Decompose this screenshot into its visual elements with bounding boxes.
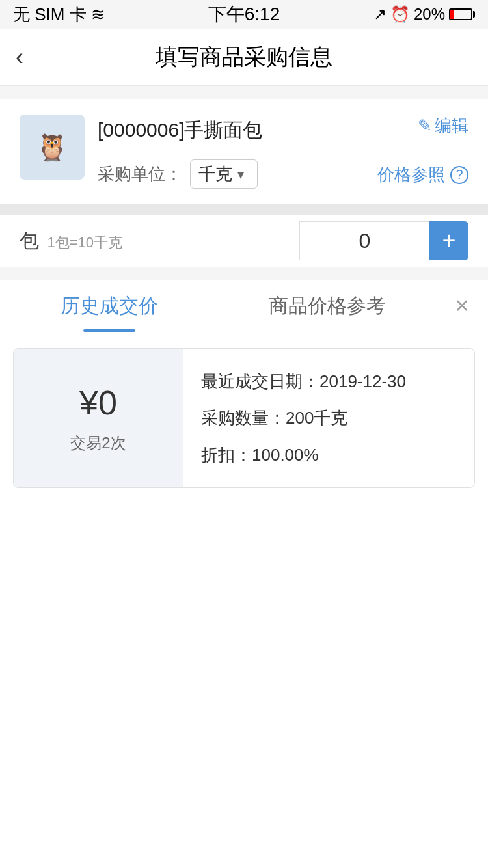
discount-value: 100.00%	[252, 445, 319, 465]
tabs-header: 历史成交价 商品价格参考 ×	[0, 280, 488, 332]
location-icon: ↗	[373, 5, 386, 23]
recent-date-label: 最近成交日期：	[201, 372, 319, 391]
edit-button[interactable]: ✎ 编辑	[418, 115, 468, 137]
tab-product-price-ref-label: 商品价格参考	[269, 293, 386, 319]
alarm-icon: ⏰	[390, 5, 410, 23]
product-name: [0000006]手撕面包	[98, 117, 262, 144]
unit-select[interactable]: 千克 ▾	[190, 159, 258, 189]
product-thumb-icon: 🦉	[36, 132, 68, 163]
chevron-down-icon: ▾	[237, 167, 244, 182]
quantity-unit-label: 包	[20, 230, 39, 251]
status-right: ↗ ⏰ 20%	[373, 5, 475, 23]
product-actions: ✎ 编辑 价格参照 ?	[377, 115, 468, 186]
product-card: 🦉 [0000006]手撕面包 采购单位： 千克 ▾ ✎ 编辑	[0, 99, 488, 204]
unit-value: 千克	[198, 163, 232, 185]
quantity-input[interactable]	[299, 221, 429, 260]
product-thumbnail: 🦉	[20, 115, 85, 180]
price-reference-button[interactable]: 价格参照 ?	[377, 163, 468, 186]
price-amount: ¥0	[79, 383, 117, 422]
tabs-close-button[interactable]: ×	[436, 280, 488, 332]
unit-label: 采购单位：	[98, 163, 182, 185]
recent-date-row: 最近成交日期：2019-12-30	[201, 370, 456, 393]
tab-history-price[interactable]: 历史成交价	[0, 280, 218, 332]
signal-indicator: 无 SIM 卡 ≋	[13, 3, 105, 26]
price-card-left: ¥0 交易2次	[14, 349, 183, 487]
content-area	[0, 504, 488, 868]
back-button[interactable]: ‹	[16, 44, 23, 71]
purchase-quantity-label: 采购数量：	[201, 408, 286, 427]
product-unit-row: 采购单位： 千克 ▾	[98, 159, 262, 189]
recent-date-value: 2019-12-30	[319, 372, 406, 391]
discount-row: 折扣：100.00%	[201, 443, 456, 467]
edit-label: 编辑	[435, 115, 468, 137]
quantity-conversion-label: 1包=10千克	[47, 234, 122, 251]
price-transactions: 交易2次	[70, 433, 126, 454]
battery-percent: 20%	[414, 5, 445, 23]
status-bar: 无 SIM 卡 ≋ 下午6:12 ↗ ⏰ 20%	[0, 0, 488, 29]
quantity-label-area: 包 1包=10千克	[20, 228, 122, 254]
product-title: 手撕面包	[184, 119, 262, 141]
product-header: 🦉 [0000006]手撕面包 采购单位： 千克 ▾ ✎ 编辑	[20, 115, 468, 189]
edit-icon: ✎	[418, 116, 432, 136]
quantity-controls: +	[299, 221, 468, 260]
price-ref-label: 价格参照	[377, 163, 445, 186]
tabs-container: 历史成交价 商品价格参考 × ¥0 交易2次 最近成交日期：2019-12-30…	[0, 280, 488, 868]
battery-indicator	[449, 8, 475, 20]
price-card: ¥0 交易2次 最近成交日期：2019-12-30 采购数量：200千克 折扣：…	[13, 348, 475, 488]
discount-label: 折扣：	[201, 445, 252, 465]
quantity-row: 包 1包=10千克 +	[0, 215, 488, 267]
purchase-quantity-value: 200千克	[286, 408, 347, 427]
tab-history-price-label: 历史成交价	[61, 293, 158, 319]
purchase-quantity-row: 采购数量：200千克	[201, 406, 456, 429]
section-divider	[0, 204, 488, 215]
product-id: [0000006]	[98, 119, 184, 141]
product-left: 🦉 [0000006]手撕面包 采购单位： 千克 ▾	[20, 115, 262, 189]
product-info: [0000006]手撕面包 采购单位： 千克 ▾	[98, 115, 262, 189]
clock: 下午6:12	[208, 2, 280, 27]
page-title: 填写商品采购信息	[156, 42, 332, 72]
help-icon: ?	[450, 166, 468, 184]
quantity-plus-button[interactable]: +	[429, 221, 468, 260]
tab-product-price-ref[interactable]: 商品价格参考	[218, 280, 436, 332]
price-card-right: 最近成交日期：2019-12-30 采购数量：200千克 折扣：100.00%	[183, 349, 474, 487]
navigation-bar: ‹ 填写商品采购信息	[0, 29, 488, 86]
